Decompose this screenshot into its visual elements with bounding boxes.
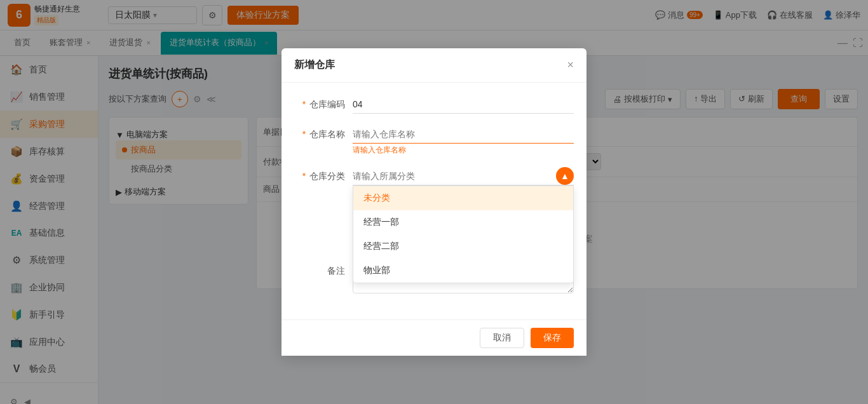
cancel-button[interactable]: 取消 — [480, 328, 524, 348]
category-toggle-button[interactable]: ▲ — [556, 167, 574, 185]
form-row-code: * 仓库编码 — [294, 95, 574, 114]
dropdown-item-property[interactable]: 物业部 — [353, 259, 573, 283]
add-warehouse-dialog: 新增仓库 × * 仓库编码 * 仓库名称 — [281, 48, 587, 356]
form-label-category: * 仓库分类 — [294, 167, 345, 182]
chevron-up-icon: ▲ — [560, 171, 569, 181]
modal-overlay: 新增仓库 × * 仓库编码 * 仓库名称 — [0, 0, 868, 404]
dialog-close-button[interactable]: × — [567, 58, 574, 72]
dialog-footer: 取消 保存 — [281, 320, 587, 356]
category-input-wrapper: ▲ — [353, 167, 574, 185]
form-label-code: * 仓库编码 — [294, 95, 345, 111]
dropdown-item-uncategorized[interactable]: 未分类 — [353, 186, 573, 210]
form-field-category: ▲ 未分类 经营一部 经营二部 物业部 — [353, 167, 574, 185]
category-dropdown: 未分类 经营一部 经营二部 物业部 — [353, 185, 574, 283]
dropdown-item-dept1[interactable]: 经营一部 — [353, 210, 573, 234]
save-button[interactable]: 保存 — [531, 328, 574, 348]
form-label-name: * 仓库名称 — [294, 125, 345, 140]
form-label-note: 备注 — [294, 262, 345, 277]
form-row-name: * 仓库名称 请输入仓库名称 — [294, 125, 574, 156]
dialog-title: 新增仓库 — [294, 58, 335, 72]
name-error-msg: 请输入仓库名称 — [353, 145, 574, 156]
form-field-code — [353, 95, 574, 114]
form-row-category: * 仓库分类 ▲ 未分类 经营一部 经营二部 物业部 — [294, 167, 574, 185]
form-field-name: 请输入仓库名称 — [353, 125, 574, 156]
dropdown-item-dept2[interactable]: 经营二部 — [353, 234, 573, 259]
warehouse-code-input[interactable] — [353, 95, 574, 114]
warehouse-category-input[interactable] — [353, 167, 574, 185]
dialog-header: 新增仓库 × — [281, 48, 587, 83]
warehouse-name-input[interactable] — [353, 125, 574, 144]
dialog-body: * 仓库编码 * 仓库名称 请输入仓库名称 — [281, 83, 587, 320]
